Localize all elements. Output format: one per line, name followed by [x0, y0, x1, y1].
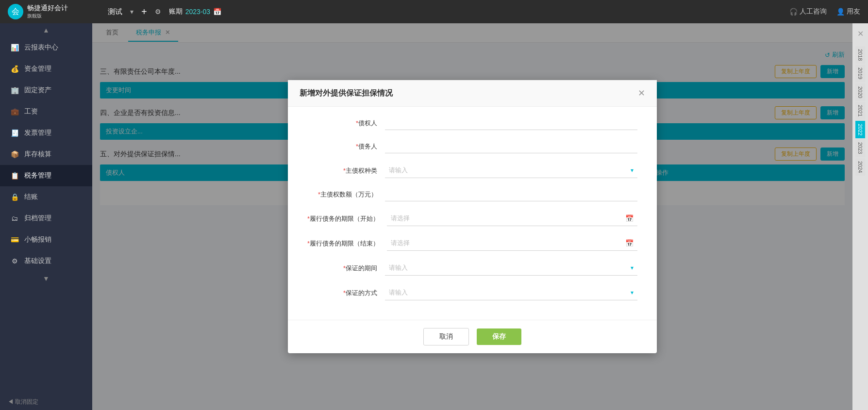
chart-icon: 📊: [10, 43, 19, 52]
logo-area: 会 畅捷通好会计 旗舰版: [8, 4, 100, 19]
label-date-start-text: 履行债务的期限（开始）: [310, 215, 379, 222]
sidebar-item-expense[interactable]: 💳 小畅报销: [0, 229, 92, 250]
archive-icon: 🗂: [10, 213, 19, 223]
sidebar-scroll-down[interactable]: ▼: [0, 272, 92, 285]
modal-dialog: 新增对外提供保证担保情况 ✕ *债权人 *债务人: [288, 80, 657, 353]
calendar-icon[interactable]: 📅: [213, 8, 221, 16]
field-debtor: *债务人: [307, 140, 637, 153]
company-chevron[interactable]: ▾: [130, 8, 134, 16]
settings-icon[interactable]: ⚙: [155, 8, 161, 16]
select-debt-type[interactable]: 请输入 ▾: [385, 163, 637, 178]
field-debt-amount: *主债权数额（万元）: [307, 188, 637, 201]
close-account-icon: 🔒: [10, 192, 19, 202]
label-guarantee-method-text: 保证的方式: [346, 289, 377, 296]
sidebar-label-invoice: 发票管理: [24, 129, 51, 137]
chevron-down-icon-debt-type: ▾: [631, 167, 634, 174]
select-guarantee-period[interactable]: 请输入 ▾: [385, 261, 637, 276]
input-creditor[interactable]: [385, 116, 637, 130]
label-debt-type: *主债权种类: [307, 166, 385, 175]
sidebar-label-assets: 固定资产: [24, 86, 51, 95]
logo-icon: 会: [8, 4, 23, 19]
select-guarantee-method[interactable]: 请输入 ▾: [385, 285, 637, 300]
wage-icon: 💼: [10, 107, 19, 116]
year-tag-2024[interactable]: 2024: [855, 158, 865, 176]
period-value: 2023-03: [185, 8, 210, 16]
top-header: 会 畅捷通好会计 旗舰版 测试 ▾ + ⚙ 账期 2023-03 📅 🎧 人工咨…: [0, 0, 868, 23]
input-debt-amount[interactable]: [385, 188, 637, 201]
cancel-button[interactable]: 取消: [423, 328, 469, 345]
label-debt-amount: *主债权数额（万元）: [307, 190, 385, 199]
sidebar-item-invoice[interactable]: 🧾 发票管理: [0, 122, 92, 144]
field-guarantee-period: *保证的期间 请输入 ▾: [307, 261, 637, 276]
label-debt-type-text: 主债权种类: [346, 167, 377, 174]
sidebar-label-wages: 工资: [24, 107, 38, 116]
sidebar-item-settings[interactable]: ⚙ 基础设置: [0, 250, 92, 272]
calendar-end-icon: 📅: [625, 239, 634, 247]
sidebar-item-finance[interactable]: 💰 资金管理: [0, 58, 92, 80]
year-tag-2019[interactable]: 2019: [855, 65, 865, 82]
user-button[interactable]: 👤 用友: [836, 7, 860, 16]
date-start-placeholder: 请选择: [391, 214, 625, 223]
date-picker-end[interactable]: 请选择 📅: [387, 236, 637, 251]
modal-overlay: 新增对外提供保证担保情况 ✕ *债权人 *债务人: [92, 23, 852, 410]
field-date-end: *履行债务的期限（结束） 请选择 📅: [307, 236, 637, 251]
add-button[interactable]: +: [141, 6, 147, 17]
select-guarantee-period-placeholder: 请输入: [389, 263, 631, 272]
sidebar-item-cloud-reports[interactable]: 📊 云报表中心: [0, 37, 92, 58]
sidebar-label-expense: 小畅报销: [24, 235, 51, 244]
calendar-start-icon: 📅: [625, 214, 634, 222]
headset-icon: 🎧: [789, 8, 798, 16]
settings-icon: ⚙: [10, 256, 19, 266]
service-button[interactable]: 🎧 人工咨询: [789, 7, 827, 16]
user-icon: 👤: [836, 8, 845, 16]
modal-footer: 取消 保存: [288, 320, 657, 353]
period-label: 账期: [169, 7, 183, 16]
year-tag-2020[interactable]: 2020: [855, 83, 865, 101]
modal-close-button[interactable]: ✕: [638, 88, 645, 98]
sidebar-item-assets[interactable]: 🏢 固定资产: [0, 80, 92, 101]
chevron-down-icon-guarantee-method: ▾: [631, 289, 634, 296]
tax-icon: 📋: [10, 171, 19, 180]
select-guarantee-method-placeholder: 请输入: [389, 288, 631, 297]
logo-text: 畅捷通好会计: [27, 4, 68, 13]
inventory-icon: 📦: [10, 149, 19, 159]
year-tag-2022[interactable]: 2022: [855, 121, 865, 138]
label-guarantee-method: *保证的方式: [307, 289, 385, 297]
save-button[interactable]: 保存: [477, 328, 521, 345]
logo-text-area: 畅捷通好会计 旗舰版: [27, 4, 68, 19]
modal-title: 新增对外提供保证担保情况: [300, 88, 393, 98]
expense-icon: 💳: [10, 235, 19, 245]
sidebar-item-inventory[interactable]: 📦 库存核算: [0, 144, 92, 165]
field-creditor: *债权人: [307, 116, 637, 130]
sidebar-scroll-up[interactable]: ▲: [0, 23, 92, 37]
asset-icon: 🏢: [10, 85, 19, 95]
label-guarantee-period-text: 保证的期间: [346, 264, 377, 272]
year-tag-2018[interactable]: 2018: [855, 46, 865, 64]
date-picker-start[interactable]: 请选择 📅: [387, 211, 637, 226]
input-debtor[interactable]: [385, 140, 637, 153]
unpin-button[interactable]: ◀ 取消固定: [0, 394, 92, 410]
chevron-down-icon-guarantee-period: ▾: [631, 264, 634, 271]
service-label: 人工咨询: [800, 7, 827, 16]
label-debt-amount-text: 主债权数额（万元）: [320, 191, 377, 198]
year-tag-2021[interactable]: 2021: [855, 102, 865, 119]
sidebar-label-finance: 资金管理: [24, 65, 51, 73]
sidebar-item-close-account[interactable]: 🔒 结账: [0, 186, 92, 208]
field-guarantee-method: *保证的方式 请输入 ▾: [307, 285, 637, 300]
user-label: 用友: [847, 7, 860, 16]
label-creditor: *债权人: [307, 119, 385, 128]
label-guarantee-period: *保证的期间: [307, 264, 385, 273]
logo-badge: 旗舰版: [27, 13, 68, 19]
sidebar-item-wages[interactable]: 💼 工资: [0, 101, 92, 122]
sidebar-item-archive[interactable]: 🗂 归档管理: [0, 208, 92, 229]
sidebar-item-tax[interactable]: 📋 税务管理: [0, 165, 92, 186]
year-tag-2023[interactable]: 2023: [855, 139, 865, 157]
period-area: 账期 2023-03 📅: [169, 7, 221, 16]
main-layout: ▲ 📊 云报表中心 💰 资金管理 🏢 固定资产 💼 工资 🧾 发票管理 📦 库存…: [0, 23, 868, 410]
date-end-placeholder: 请选择: [391, 239, 625, 247]
label-debtor: *债务人: [307, 142, 385, 151]
field-date-start: *履行债务的期限（开始） 请选择 📅: [307, 211, 637, 226]
select-debt-type-placeholder: 请输入: [389, 166, 631, 175]
company-name: 测试: [108, 7, 122, 16]
right-close-button[interactable]: ✕: [853, 25, 868, 42]
